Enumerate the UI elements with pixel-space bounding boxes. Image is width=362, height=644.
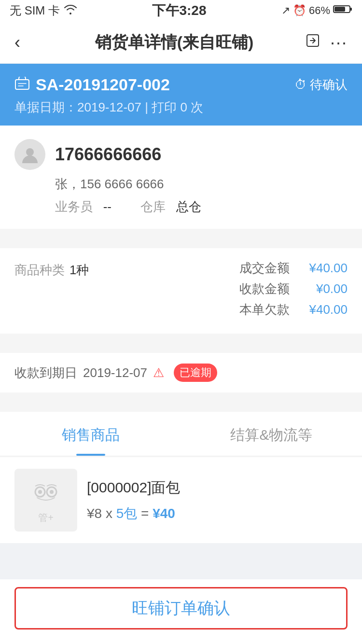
status-clock-icon: ⏱ xyxy=(294,77,307,92)
customer-section: 17666666666 张，156 6666 6666 业务员 -- 仓库 总仓 xyxy=(0,126,362,229)
due-date-label: 收款到期日 xyxy=(14,364,77,381)
svg-rect-1 xyxy=(350,8,352,11)
customer-avatar xyxy=(14,139,45,170)
customer-meta: 业务员 -- 仓库 总仓 xyxy=(55,198,348,215)
finance-amounts: 成交金额 ¥40.00 收款金额 ¥0.00 本单欠款 ¥40.00 xyxy=(239,260,348,322)
received-label: 收款金额 xyxy=(239,280,290,297)
product-qty: 5包 xyxy=(116,506,138,521)
warehouse-label: 仓库 xyxy=(140,199,166,214)
customer-phone: 17666666666 xyxy=(55,144,161,165)
product-equals: = xyxy=(141,506,153,521)
svg-point-9 xyxy=(50,490,54,494)
page-title: 销货单详情(来自旺铺) xyxy=(95,31,254,54)
due-section: 收款到期日 2019-12-07 ⚠ 已逾期 xyxy=(0,353,362,392)
tabs-section: 销售商品 结算&物流等 xyxy=(0,412,362,456)
debt-row: 本单欠款 ¥40.00 xyxy=(239,301,348,318)
tab-sales-label: 销售商品 xyxy=(62,427,120,443)
confirm-btn-wrapper: 旺铺订单确认 xyxy=(0,579,362,644)
product-name: [0000002]面包 xyxy=(87,478,348,498)
product-total: ¥40 xyxy=(153,506,175,521)
nav-bar: ‹ 销货单详情(来自旺铺) ··· xyxy=(0,21,362,64)
more-icon[interactable]: ··· xyxy=(330,32,348,53)
battery-text: 66% xyxy=(309,4,330,17)
amount-row: 成交金额 ¥40.00 xyxy=(239,260,348,277)
svg-point-5 xyxy=(26,148,34,156)
tab-settlement[interactable]: 结算&物流等 xyxy=(181,412,362,456)
alarm-icon: ⏰ xyxy=(293,4,306,17)
amount-label: 成交金额 xyxy=(239,260,290,277)
order-date: 单据日期：2019-12-07 | 打印 0 次 xyxy=(14,99,348,116)
location-icon: ↗ xyxy=(281,4,290,17)
product-multiply: x xyxy=(106,506,116,521)
due-date-value: 2019-12-07 xyxy=(83,365,147,380)
sales-value: -- xyxy=(103,199,111,214)
product-thumb-icon: 管+ xyxy=(27,476,65,524)
divider-1 xyxy=(0,238,362,248)
product-type-label: 商品种类 xyxy=(14,262,65,279)
product-section: 管+ [0000002]面包 ¥8 x 5包 = ¥40 xyxy=(0,457,362,543)
order-icon xyxy=(14,75,30,94)
battery-icon xyxy=(333,4,352,17)
received-row: 收款金额 ¥0.00 xyxy=(239,280,348,297)
order-id: SA-20191207-002 xyxy=(14,75,170,94)
debt-value: ¥40.00 xyxy=(299,302,348,317)
product-thumbnail: 管+ xyxy=(14,469,77,532)
product-info: [0000002]面包 ¥8 x 5包 = ¥40 xyxy=(87,478,348,523)
wifi-icon xyxy=(64,4,77,17)
status-right: ↗ ⏰ 66% xyxy=(281,4,352,17)
product-price: ¥8 xyxy=(87,506,102,521)
customer-sub: 张，156 6666 6666 xyxy=(55,176,348,193)
order-header: SA-20191207-002 ⏱ 待确认 单据日期：2019-12-07 | … xyxy=(0,64,362,126)
divider-3 xyxy=(0,402,362,412)
order-id-text: SA-20191207-002 xyxy=(36,75,170,94)
product-type: 商品种类 1种 xyxy=(14,260,89,279)
product-price-row: ¥8 x 5包 = ¥40 xyxy=(87,504,348,523)
warehouse-value: 总仓 xyxy=(176,199,201,214)
finance-section: 商品种类 1种 成交金额 ¥40.00 收款金额 ¥0.00 本单欠款 ¥40.… xyxy=(0,248,362,334)
amount-value: ¥40.00 xyxy=(299,261,348,276)
tab-sales-products[interactable]: 销售商品 xyxy=(0,412,181,456)
product-type-value: 1种 xyxy=(70,262,89,279)
nav-actions: ··· xyxy=(305,32,348,53)
tab-settlement-label: 结算&物流等 xyxy=(230,427,312,443)
status-time: 下午3:28 xyxy=(152,1,206,20)
debt-label: 本单欠款 xyxy=(239,301,290,318)
confirm-btn-label: 旺铺订单确认 xyxy=(132,597,230,619)
back-button[interactable]: ‹ xyxy=(14,32,43,53)
confirm-order-button[interactable]: 旺铺订单确认 xyxy=(14,587,348,630)
received-value: ¥0.00 xyxy=(299,281,348,296)
status-text: 待确认 xyxy=(310,76,348,93)
overdue-badge: 已逾期 xyxy=(174,364,217,382)
product-item: 管+ [0000002]面包 ¥8 x 5包 = ¥40 xyxy=(14,469,348,532)
svg-point-8 xyxy=(38,490,42,494)
share-icon[interactable] xyxy=(305,33,320,52)
divider-2 xyxy=(0,343,362,353)
status-left: 无 SIM 卡 xyxy=(10,3,77,18)
status-bar: 无 SIM 卡 下午3:28 ↗ ⏰ 66% xyxy=(0,0,362,21)
svg-rect-4 xyxy=(15,80,29,89)
svg-rect-2 xyxy=(334,7,345,12)
overdue-icon: ⚠ xyxy=(153,365,164,380)
sales-label: 业务员 xyxy=(55,199,93,214)
carrier-text: 无 SIM 卡 xyxy=(10,3,60,18)
order-status: ⏱ 待确认 xyxy=(294,76,348,93)
tabs-row: 销售商品 结算&物流等 xyxy=(0,412,362,456)
